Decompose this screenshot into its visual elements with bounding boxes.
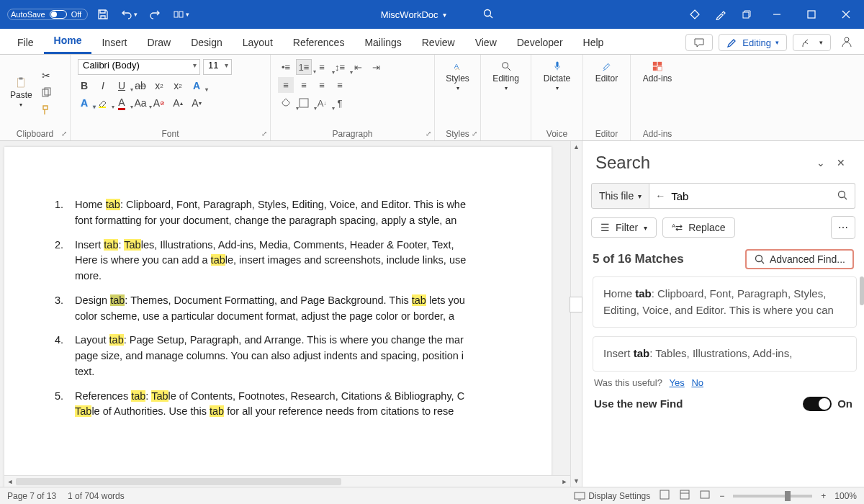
web-view-icon[interactable] [699, 489, 711, 503]
new-find-toggle[interactable] [803, 397, 832, 411]
undo-icon[interactable]: ▾ [118, 9, 140, 20]
dictate-button[interactable]: Dictate▾ [539, 58, 575, 94]
editing-mode-button[interactable]: Editing▾ [719, 34, 787, 51]
underline-icon[interactable]: U [115, 79, 128, 92]
zoom-in-icon[interactable]: + [821, 491, 826, 501]
scroll-left-icon[interactable]: ◄ [4, 478, 16, 485]
font-name-combo[interactable]: Calibri (Body) [78, 59, 200, 75]
qat-overflow-icon[interactable]: ▾ [170, 9, 192, 20]
minimize-button[interactable] [760, 0, 793, 29]
format-painter-icon[interactable] [40, 104, 53, 117]
tab-help[interactable]: Help [573, 31, 614, 54]
align-center-icon[interactable]: ≡ [296, 77, 312, 93]
search-back-icon[interactable]: ← [649, 190, 671, 202]
search-result[interactable]: Insert tab: Tables, Illustrations, Add-i… [593, 336, 857, 372]
subscript-icon[interactable]: x2 [153, 79, 166, 92]
search-input[interactable] [671, 190, 830, 202]
font-color-icon[interactable]: A [115, 96, 128, 109]
clear-formatting-icon[interactable]: A⊘ [153, 96, 166, 109]
tab-references[interactable]: References [283, 31, 355, 54]
tab-layout[interactable]: Layout [233, 31, 283, 54]
feedback-yes-link[interactable]: Yes [670, 377, 685, 388]
shrink-font-icon[interactable]: A▾ [190, 96, 203, 109]
tab-insert[interactable]: Insert [91, 31, 137, 54]
search-scope-dropdown[interactable]: This file▾ [591, 183, 649, 209]
redo-icon[interactable] [144, 9, 166, 20]
close-pane-icon[interactable]: ✕ [831, 153, 851, 173]
diamond-icon[interactable] [683, 0, 707, 29]
numbering-icon[interactable]: 1≡ [296, 59, 312, 75]
superscript-icon[interactable]: x2 [171, 79, 184, 92]
filter-button[interactable]: ☰Filter▾ [591, 217, 657, 238]
horizontal-scrollbar[interactable]: ◄ ► [4, 475, 570, 487]
text-effects-icon[interactable]: A [190, 79, 203, 92]
vertical-scrollbar[interactable]: ▲ ▼ [570, 141, 582, 487]
strikethrough-icon[interactable]: ab [134, 79, 147, 92]
eyedropper-icon[interactable] [708, 0, 733, 29]
clipboard-launcher-icon[interactable]: ⤢ [61, 130, 67, 138]
tab-file[interactable]: File [7, 31, 44, 54]
align-right-icon[interactable]: ≡ [314, 77, 330, 93]
account-icon[interactable] [837, 36, 857, 50]
tab-draw[interactable]: Draw [137, 31, 181, 54]
share-button[interactable]: ▾ [793, 34, 831, 51]
italic-icon[interactable]: I [96, 79, 109, 92]
bullets-icon[interactable]: •≡ [278, 59, 294, 75]
scroll-right-icon[interactable]: ► [559, 478, 570, 485]
zoom-level[interactable]: 100% [834, 491, 857, 501]
status-page[interactable]: Page 7 of 13 [7, 491, 56, 501]
document-title[interactable]: MiscWorkDoc▾ [381, 9, 446, 20]
status-words[interactable]: 1 of 704 words [68, 491, 125, 501]
paste-button[interactable]: Paste▾ [7, 74, 35, 111]
editing-button[interactable]: Editing▾ [488, 58, 523, 94]
addins-button[interactable]: Add-ins [638, 58, 677, 86]
shading-icon[interactable] [278, 95, 294, 111]
window-restore-icon[interactable] [734, 0, 759, 29]
split-handle-icon[interactable] [570, 297, 582, 312]
text-effects2-icon[interactable]: A [78, 96, 91, 109]
advanced-find-button[interactable]: Advanced Find... [745, 249, 854, 269]
styles-button[interactable]: A Styles▾ [442, 58, 473, 94]
show-marks-icon[interactable]: ¶ [332, 95, 348, 111]
comments-button[interactable] [685, 34, 713, 51]
font-size-combo[interactable]: 11 [203, 59, 232, 75]
display-settings-button[interactable]: Display Settings [574, 490, 650, 502]
scroll-up-icon[interactable]: ▲ [571, 141, 582, 153]
scroll-down-icon[interactable]: ▼ [571, 475, 582, 487]
autosave-toggle[interactable]: AutoSave Off [7, 9, 88, 20]
more-options-icon[interactable]: ⋯ [831, 216, 855, 239]
tab-home[interactable]: Home [44, 29, 92, 54]
cut-icon[interactable]: ✂ [40, 69, 53, 82]
bold-icon[interactable]: B [78, 79, 91, 92]
tab-view[interactable]: View [465, 31, 507, 54]
multilevel-icon[interactable]: ≡ [314, 59, 330, 75]
editor-button[interactable]: Editor [590, 58, 623, 86]
close-button[interactable] [829, 0, 863, 29]
increase-indent-icon[interactable]: ⇥ [368, 59, 384, 75]
decrease-indent-icon[interactable]: ⇤ [350, 59, 366, 75]
tab-developer[interactable]: Developer [507, 31, 573, 54]
grow-font-icon[interactable]: A▴ [171, 96, 184, 109]
focus-view-icon[interactable] [659, 489, 670, 503]
zoom-out-icon[interactable]: − [719, 491, 724, 501]
borders-icon[interactable] [296, 95, 312, 111]
search-icon[interactable] [482, 8, 494, 22]
copy-icon[interactable] [40, 86, 53, 99]
change-case-icon[interactable]: Aa [134, 96, 147, 109]
align-left-icon[interactable]: ≡ [278, 77, 294, 93]
replace-button[interactable]: ᴬ⇄Replace [662, 217, 734, 238]
chevron-down-icon[interactable]: ⌄ [811, 153, 831, 173]
results-scrollbar[interactable] [860, 276, 864, 305]
maximize-button[interactable] [795, 0, 828, 29]
zoom-slider[interactable] [733, 495, 812, 498]
tab-design[interactable]: Design [181, 31, 233, 54]
tab-mailings[interactable]: Mailings [354, 31, 411, 54]
print-view-icon[interactable] [679, 489, 690, 503]
sort-icon[interactable]: A↓ [314, 95, 330, 111]
line-spacing-icon[interactable]: ↕≡ [332, 59, 348, 75]
styles-launcher-icon[interactable]: ⤢ [472, 130, 477, 138]
highlight-icon[interactable] [96, 96, 109, 109]
tab-review[interactable]: Review [412, 31, 465, 54]
feedback-no-link[interactable]: No [691, 377, 703, 388]
font-launcher-icon[interactable]: ⤢ [261, 130, 267, 138]
